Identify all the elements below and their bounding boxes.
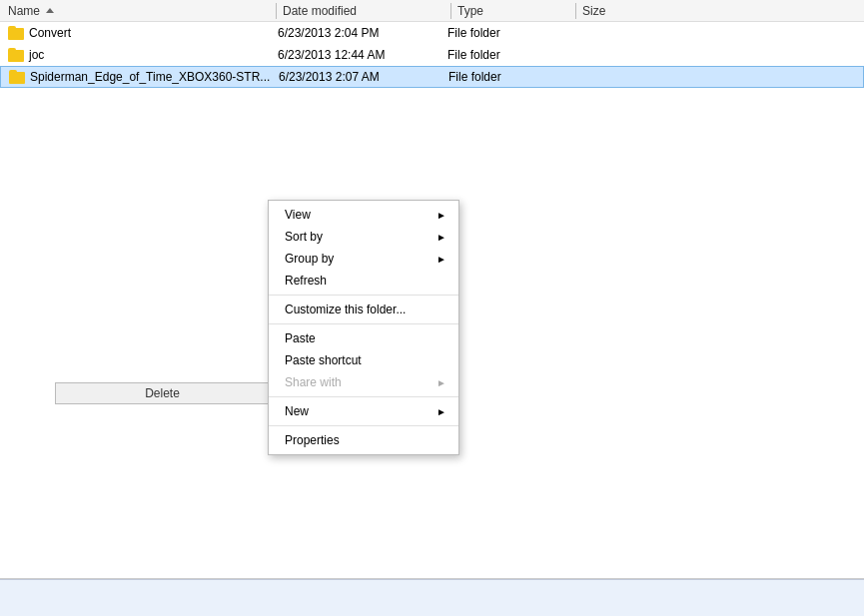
ctx-item-label: Refresh <box>285 274 327 288</box>
file-date: 6/23/2013 2:04 PM <box>274 26 443 40</box>
ctx-item-label: Paste <box>285 331 316 345</box>
header-name[interactable]: Name <box>4 4 274 18</box>
file-type: File folder <box>443 48 563 62</box>
folder-icon <box>8 48 24 62</box>
file-type: File folder <box>443 26 563 40</box>
ctx-item-label: View <box>285 208 311 222</box>
file-name: Convert <box>29 26 71 40</box>
context-menu-item-paste[interactable]: Paste <box>269 327 458 349</box>
context-menu-item-view[interactable]: View ► <box>269 204 458 226</box>
context-menu-item-refresh[interactable]: Refresh <box>269 270 458 292</box>
ctx-item-label: New <box>285 404 309 418</box>
col-separator-3 <box>575 3 576 19</box>
menu-separator <box>269 323 458 324</box>
menu-separator <box>269 425 458 426</box>
file-date: 6/23/2013 12:44 AM <box>274 48 443 62</box>
context-menu-item-group_by[interactable]: Group by ► <box>269 248 458 270</box>
delete-label: Delete <box>55 382 270 404</box>
submenu-arrow-icon: ► <box>436 254 446 265</box>
file-name-cell: Convert <box>4 26 274 40</box>
context-menu: View ► Sort by ► Group by ► Refresh Cust… <box>268 200 459 455</box>
ctx-item-label: Sort by <box>285 230 323 244</box>
file-name-cell: Spiderman_Edge_of_Time_XBOX360-STR... <box>5 70 275 84</box>
table-row[interactable]: joc 6/23/2013 12:44 AM File folder <box>0 44 864 66</box>
submenu-arrow-icon: ► <box>436 406 446 417</box>
header-type[interactable]: Type <box>453 4 573 18</box>
header-date[interactable]: Date modified <box>279 4 448 18</box>
sort-arrow-icon <box>46 8 54 13</box>
submenu-arrow-icon: ► <box>436 377 446 388</box>
file-type: File folder <box>444 70 564 84</box>
file-name: Spiderman_Edge_of_Time_XBOX360-STR... <box>30 70 270 84</box>
col-separator <box>276 3 277 19</box>
file-name-cell: joc <box>4 48 274 62</box>
file-name: joc <box>29 48 44 62</box>
context-menu-item-new[interactable]: New ► <box>269 400 458 422</box>
folder-icon <box>8 26 24 40</box>
ctx-item-label: Properties <box>285 433 340 447</box>
column-headers: Name Date modified Type Size <box>0 0 864 22</box>
ctx-item-label: Group by <box>285 252 334 266</box>
ctx-item-label: Paste shortcut <box>285 353 362 367</box>
table-row[interactable]: Spiderman_Edge_of_Time_XBOX360-STR... 6/… <box>0 66 864 88</box>
context-menu-item-properties[interactable]: Properties <box>269 429 458 451</box>
menu-separator <box>269 295 458 296</box>
submenu-arrow-icon: ► <box>436 232 446 243</box>
ctx-item-label: Share with <box>285 375 342 389</box>
context-menu-item-sort_by[interactable]: Sort by ► <box>269 226 458 248</box>
submenu-arrow-icon: ► <box>436 210 446 221</box>
ctx-item-label: Customize this folder... <box>285 303 406 316</box>
context-menu-item-share_with: Share with ► <box>269 371 458 393</box>
table-row[interactable]: Convert 6/23/2013 2:04 PM File folder <box>0 22 864 44</box>
file-list: Convert 6/23/2013 2:04 PM File folder jo… <box>0 22 864 88</box>
col-separator-2 <box>450 3 451 19</box>
file-date: 6/23/2013 2:07 AM <box>275 70 444 84</box>
menu-separator <box>269 396 458 397</box>
header-size[interactable]: Size <box>578 4 678 18</box>
folder-icon <box>9 70 25 84</box>
context-menu-item-customize[interactable]: Customize this folder... <box>269 299 458 320</box>
statusbar <box>0 579 864 616</box>
context-menu-item-paste_shortcut[interactable]: Paste shortcut <box>269 349 458 371</box>
